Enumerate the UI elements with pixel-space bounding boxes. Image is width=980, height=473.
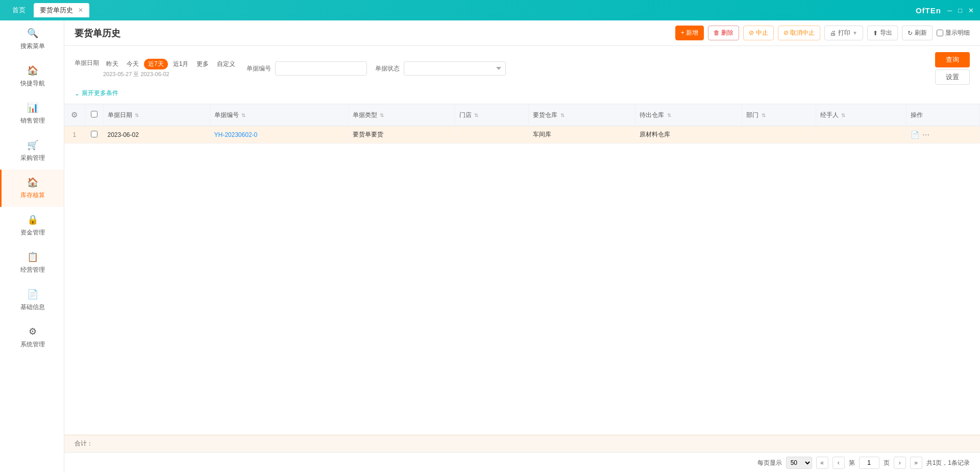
pagination-bar: 每页显示 10 20 50 100 « ‹ 第 页 › » 共1页，1条记录 xyxy=(64,452,980,473)
stop-button[interactable]: ⊘ 中止 xyxy=(743,26,773,40)
print-button[interactable]: 🖨 🖨 打印 打印 ▼ xyxy=(824,26,863,40)
display-detail-text: 显示明细 xyxy=(945,29,970,37)
th-pending-warehouse[interactable]: 待出仓库 ⇅ xyxy=(635,104,742,126)
top-bar: 首页 要货单历史 ✕ OfTEn ─ □ ✕ xyxy=(0,0,980,20)
date-1month[interactable]: 近1月 xyxy=(170,59,192,69)
export-button[interactable]: ⬆ 导出 xyxy=(867,26,898,40)
docno-input[interactable] xyxy=(275,61,367,76)
date-custom[interactable]: 自定义 xyxy=(214,59,238,69)
refresh-button[interactable]: ↻ 刷新 xyxy=(902,26,933,40)
sidebar-item-search[interactable]: 🔍 搜索菜单 xyxy=(0,20,64,58)
row-docno-link[interactable]: YH-20230602-0 xyxy=(214,131,258,138)
row-select-checkbox[interactable] xyxy=(91,131,97,137)
expand-more[interactable]: ⌄ 展开更多条件 xyxy=(75,89,970,98)
delete-button[interactable]: 🗑 删除 xyxy=(708,26,739,40)
maximize-icon[interactable]: □ xyxy=(958,7,962,14)
purchase-icon: 🛒 xyxy=(27,139,38,151)
th-handler[interactable]: 经手人 ⇅ xyxy=(816,104,906,126)
row-pending-warehouse: 原材料仓库 xyxy=(635,126,742,144)
page-size-select[interactable]: 10 20 50 100 xyxy=(786,457,812,469)
sort-pending-warehouse-icon: ⇅ xyxy=(667,112,671,118)
date-yesterday[interactable]: 昨天 xyxy=(103,59,121,69)
row-handler xyxy=(816,126,906,144)
sidebar-item-basic-info[interactable]: 📄 基础信息 xyxy=(0,281,64,319)
close-tab-icon[interactable]: ✕ xyxy=(78,7,83,14)
sidebar-item-finance[interactable]: 🔒 资金管理 xyxy=(0,207,64,244)
sort-req-warehouse-icon: ⇅ xyxy=(560,112,565,118)
table-header-row: ⚙ 单据日期 ⇅ 单据编号 ⇅ xyxy=(64,104,980,126)
active-tab[interactable]: 要货单历史 ✕ xyxy=(34,3,89,17)
th-docno-label: 单据编号 xyxy=(214,111,239,119)
toolbar: + 新增 🗑 删除 ⊘ 中止 ⊘ 取消中止 🖨 🖨 打印 打印 ▼ ⬆ 导出 ↻… xyxy=(675,26,970,40)
display-detail-label[interactable]: 显示明细 xyxy=(937,29,970,37)
th-date[interactable]: 单据日期 ⇅ xyxy=(103,104,210,126)
query-button[interactable]: 查询 xyxy=(935,52,970,67)
table-container: ⚙ 单据日期 ⇅ 单据编号 ⇅ xyxy=(64,104,980,435)
sort-dept-icon: ⇅ xyxy=(762,112,766,118)
page-number-input[interactable] xyxy=(859,457,879,469)
row-checkbox[interactable] xyxy=(85,126,103,144)
expand-down-icon: ⌄ xyxy=(75,90,80,97)
th-store-label: 门店 xyxy=(459,111,472,119)
first-page-button[interactable]: « xyxy=(816,457,828,469)
th-doctype-label: 单据类型 xyxy=(353,111,377,119)
sidebar-item-quicknav[interactable]: 🏠 快捷导航 xyxy=(0,58,64,95)
refresh-icon: ↻ xyxy=(908,30,913,37)
sidebar-item-purchase[interactable]: 🛒 采购管理 xyxy=(0,132,64,170)
row-store xyxy=(455,126,529,144)
select-all-checkbox[interactable] xyxy=(91,111,97,117)
th-dept[interactable]: 部门 ⇅ xyxy=(742,104,816,126)
row-date: 2023-06-02 xyxy=(103,126,210,144)
status-filter-group: 单据状态 xyxy=(375,61,506,76)
th-req-warehouse[interactable]: 要货仓库 ⇅ xyxy=(529,104,635,126)
row-dept xyxy=(742,126,816,144)
row-doctype: 要货单要货 xyxy=(348,126,455,144)
sidebar-item-system-label: 系统管理 xyxy=(20,340,45,349)
close-window-icon[interactable]: ✕ xyxy=(968,7,974,14)
export-icon: ⬆ xyxy=(873,30,878,37)
th-settings[interactable]: ⚙ xyxy=(64,104,85,126)
sidebar-item-system[interactable]: ⚙ 系统管理 xyxy=(0,319,64,356)
minimize-icon[interactable]: ─ xyxy=(947,7,952,14)
sidebar: 🔍 搜索菜单 🏠 快捷导航 📊 销售管理 🛒 采购管理 🏠 库存核算 🔒 资金管… xyxy=(0,20,64,473)
sidebar-item-sales-label: 销售管理 xyxy=(20,116,45,125)
th-checkbox[interactable] xyxy=(85,104,103,126)
sidebar-item-sales[interactable]: 📊 销售管理 xyxy=(0,95,64,132)
expand-more-label: 展开更多条件 xyxy=(82,89,118,98)
home-icon: 🏠 xyxy=(27,65,38,76)
row-more-icon[interactable]: ⋯ xyxy=(922,131,929,139)
sidebar-item-operations[interactable]: 📋 经营管理 xyxy=(0,244,64,281)
row-edit-icon[interactable]: 📄 xyxy=(911,131,919,139)
status-select[interactable] xyxy=(404,61,506,76)
row-operations: 📄 ⋯ xyxy=(906,126,979,144)
sidebar-item-inventory[interactable]: 🏠 库存核算 xyxy=(0,170,64,207)
next-page-button[interactable]: › xyxy=(894,457,906,469)
sort-store-icon: ⇅ xyxy=(474,112,478,118)
th-docno[interactable]: 单据编号 ⇅ xyxy=(210,104,348,126)
last-page-button[interactable]: » xyxy=(910,457,922,469)
filter-setting-button[interactable]: 设置 xyxy=(935,69,970,85)
filter-actions: 查询 设置 xyxy=(935,52,970,85)
new-button[interactable]: + 新增 xyxy=(675,26,704,40)
system-icon: ⚙ xyxy=(27,326,38,337)
row-docno[interactable]: YH-20230602-0 xyxy=(210,126,348,144)
sales-icon: 📊 xyxy=(27,102,38,113)
home-tab[interactable]: 首页 xyxy=(6,3,32,17)
th-operation: 操作 xyxy=(906,104,979,126)
table-row: 1 2023-06-02 YH-20230602-0 要货单要货 车间库 原材料… xyxy=(64,126,980,144)
row-req-warehouse: 车间库 xyxy=(529,126,635,144)
th-doctype[interactable]: 单据类型 ⇅ xyxy=(348,104,455,126)
prev-page-button[interactable]: ‹ xyxy=(832,457,845,469)
date-more[interactable]: 更多 xyxy=(193,59,212,69)
date-today[interactable]: 今天 xyxy=(124,59,142,69)
sidebar-item-quicknav-label: 快捷导航 xyxy=(20,79,45,88)
sidebar-item-finance-label: 资金管理 xyxy=(20,228,45,237)
date-7days[interactable]: 近7天 xyxy=(144,59,168,69)
user-label: OfTEn xyxy=(916,6,941,15)
cancel-stop-button[interactable]: ⊘ 取消中止 xyxy=(778,26,820,40)
display-detail-checkbox[interactable] xyxy=(937,30,943,36)
sort-handler-icon: ⇅ xyxy=(841,112,845,118)
th-store[interactable]: 门店 ⇅ xyxy=(455,104,529,126)
column-settings-button[interactable]: ⚙ xyxy=(70,109,79,121)
footer-total: 合计： xyxy=(64,435,980,452)
